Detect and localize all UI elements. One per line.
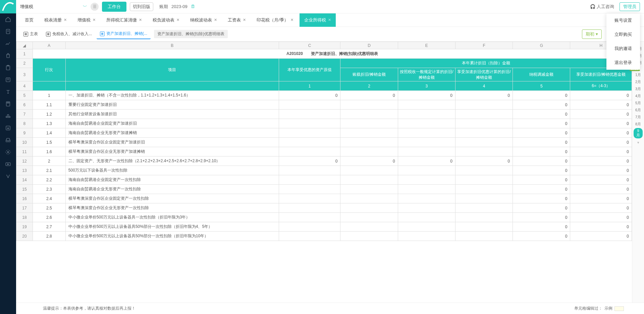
cell[interactable]: 1.2 [33,110,65,119]
cell[interactable] [398,213,455,222]
cell[interactable]: 海南自由贸易港企业固定资产一次性扣除 [65,175,279,185]
cell[interactable]: 2.2 [33,175,65,185]
cell[interactable] [279,166,340,175]
cell[interactable]: 0 [513,175,570,185]
cell[interactable]: 横琴粤澳深度合作区企业无形资产加速摊销 [65,147,279,156]
cell[interactable]: 0 [513,213,570,222]
cell[interactable] [340,194,398,203]
tab[interactable]: 税表清册✕ [40,13,71,27]
workbench-button[interactable]: 工作台 [102,2,126,12]
cell[interactable]: 0 [513,203,570,213]
row-header[interactable]: 15 [16,185,33,194]
tab[interactable]: 工资表✕ [223,13,251,27]
tab[interactable]: 首页 [20,13,38,27]
cell[interactable]: 0 [513,232,570,241]
user-menu-item[interactable]: 立即购买 [606,27,640,42]
cell[interactable] [398,166,455,175]
cell[interactable]: 0 [570,156,632,166]
cell[interactable]: 0 [398,91,455,100]
cell[interactable]: 0 [570,100,632,110]
row-header[interactable]: 11 [16,147,33,156]
cell[interactable]: 0 [513,91,570,100]
row-header[interactable]: 1 [16,49,33,59]
month-item[interactable]: 9月 [634,128,643,138]
row-header[interactable]: 16 [16,194,33,203]
tax-type-dropdown[interactable]: 增值税 ﹀ [20,4,87,10]
cell[interactable]: 中小微企业单价500万元以上设备器具一次性扣除（折旧年限为3年） [65,213,279,222]
cell[interactable] [279,147,340,156]
close-icon[interactable]: ✕ [243,18,246,22]
row-header[interactable]: 2 [16,59,33,68]
cell[interactable]: 海南自由贸易港企业固定资产加速折旧 [65,119,279,128]
cell[interactable] [455,166,513,175]
cell[interactable]: 0 [398,156,455,166]
cell[interactable] [279,232,340,241]
tab[interactable]: 企业所得税✕ [300,13,336,27]
cell[interactable] [398,138,455,147]
cell[interactable]: 0 [513,119,570,128]
tab[interactable]: 税负波动表✕ [148,13,184,27]
col-header[interactable]: F [455,42,513,49]
cell[interactable]: 0 [455,91,513,100]
cell[interactable] [455,203,513,213]
cell[interactable]: 0 [570,175,632,185]
cell[interactable]: 0 [570,194,632,203]
cell[interactable] [279,222,340,232]
cell[interactable] [398,232,455,241]
cell[interactable]: 0 [570,222,632,232]
cell[interactable]: 0 [455,156,513,166]
cell[interactable] [279,175,340,185]
cell[interactable] [279,185,340,194]
corner-cell[interactable]: ◢ [16,42,33,49]
row-header[interactable]: 19 [16,222,33,232]
nav-doc-icon[interactable] [0,25,16,38]
cell[interactable]: 2.7 [33,222,65,232]
tab[interactable]: 所得税汇算清缴✕ [102,13,147,27]
cell[interactable]: 重要行业固定资产加速折旧 [65,100,279,110]
row-header[interactable]: 7 [16,110,33,119]
cell[interactable]: 2.3 [33,185,65,194]
row-header[interactable]: 9 [16,128,33,138]
row-header[interactable]: 12 [16,156,33,166]
nav-calc-icon[interactable] [0,98,16,110]
cell[interactable] [340,232,398,241]
cell[interactable]: 0 [570,203,632,213]
cell[interactable] [279,100,340,110]
close-icon[interactable]: ✕ [290,18,293,22]
row-header[interactable]: 14 [16,175,33,185]
cell[interactable]: 0 [513,128,570,138]
cell[interactable]: 0 [513,100,570,110]
admin-button[interactable]: 管理员 [620,2,640,11]
cell[interactable] [340,185,398,194]
cell[interactable] [455,147,513,156]
cell[interactable] [340,110,398,119]
cell[interactable]: 0 [570,128,632,138]
month-item[interactable]: 5月 [632,100,644,106]
nav-home-icon[interactable] [0,13,16,25]
cell[interactable] [340,203,398,213]
close-icon[interactable]: ✕ [64,18,67,22]
cell[interactable] [398,194,455,203]
tab[interactable]: 增值税✕ [73,13,100,27]
nav-video-icon[interactable] [0,158,16,170]
cell[interactable]: 中小微企业单价500万元以上设备器具50%部分一次性扣除（折旧年限为4、5年） [65,222,279,232]
sheet-tab[interactable]: ▦主表 [20,29,41,39]
cell[interactable]: 横琴粤澳深度合作区企业无形资产一次性扣除 [65,203,279,213]
cell[interactable]: 中小微企业单价500万元以上设备器具50%部分一次性扣除（折旧年限为10年） [65,232,279,241]
row-header[interactable]: 18 [16,213,33,222]
close-icon[interactable]: ✕ [139,18,142,22]
cell[interactable]: 海南自由贸易港企业无形资产加速摊销 [65,128,279,138]
month-item[interactable]: 1月 [632,72,644,78]
cell[interactable]: 一、加速折旧、摊销（不含一次性扣除，1.1+1.2+1.3+1.4+1.5+1.… [65,91,279,100]
cell[interactable] [340,100,398,110]
close-icon[interactable]: ✕ [93,18,96,22]
row-header[interactable]: 6 [16,100,33,110]
cell[interactable] [455,213,513,222]
col-header[interactable]: D [340,42,398,49]
cell[interactable]: 0 [513,222,570,232]
cell[interactable] [398,128,455,138]
user-menu-item[interactable]: 账号设置 [606,13,640,27]
nav-v-icon[interactable] [0,170,16,182]
row-header[interactable]: 20 [16,232,33,241]
cell[interactable] [398,222,455,232]
